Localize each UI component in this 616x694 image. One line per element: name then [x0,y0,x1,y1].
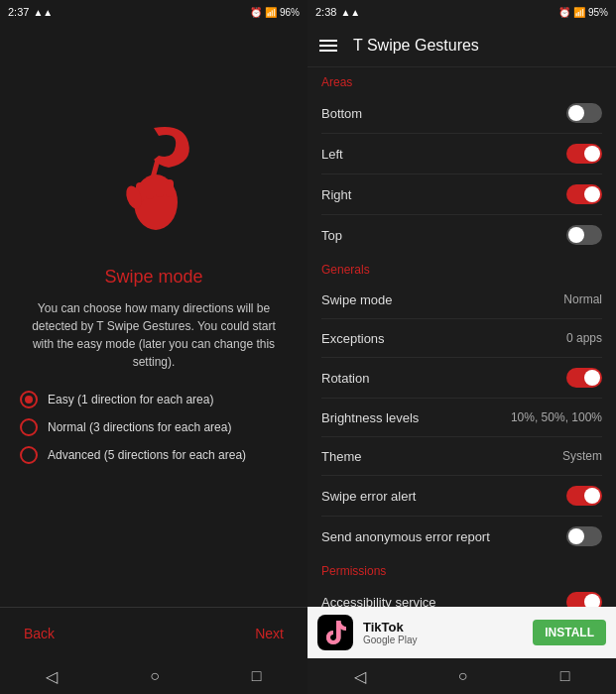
left-wifi-icon: 📶 [265,7,277,18]
row-exceptions-value: 0 apps [566,331,602,345]
row-theme-label: Theme [321,449,361,464]
row-anon-report-label: Send anonymous error report [321,529,490,544]
toggle-left[interactable] [566,144,602,164]
right-system-nav: ◁ ○ □ [308,658,616,694]
row-accessibility-label: Accessibility service [321,595,436,608]
ad-app-name: TikTok [363,620,523,635]
ad-text-block: TikTok Google Play [363,620,523,645]
menu-button[interactable] [319,40,337,52]
toggle-accessibility[interactable] [566,592,602,607]
right-recents-nav-icon[interactable]: □ [560,667,570,685]
row-bottom-label: Bottom [321,106,362,121]
settings-content: Areas Bottom Left Right Top Generals Swi… [308,67,616,607]
tiktok-icon [317,615,353,650]
left-status-left: 2:37 ▲▲ [8,6,53,18]
row-brightness-value: 10%, 50%, 100% [511,410,602,424]
row-theme-value: System [562,449,602,463]
left-signal-icon: ▲▲ [33,7,53,18]
radio-normal[interactable] [20,418,38,436]
home-nav-icon[interactable]: ○ [150,667,160,685]
row-exceptions[interactable]: Exceptions 0 apps [308,319,616,357]
row-brightness-label: Brightness levels [321,410,419,425]
right-back-nav-icon[interactable]: ◁ [354,667,366,686]
section-generals-label: Generals [308,255,616,281]
swipe-mode-title: Swipe mode [104,267,202,288]
section-permissions-label: Permissions [308,556,616,582]
gesture-illustration [94,118,213,247]
ad-banner[interactable]: TikTok Google Play INSTALL [308,607,616,658]
swipe-mode-description: You can choose how many directions will … [20,299,288,371]
left-alarm-icon: ⏰ [250,7,262,18]
right-status-bar: 2:38 ▲▲ ⏰ 📶 95% [308,0,616,24]
back-nav-icon[interactable]: ◁ [46,667,58,686]
row-right-label: Right [321,187,351,202]
right-status-right: ⏰ 📶 95% [558,7,608,18]
toolbar-title: T Swipe Gestures [353,37,479,55]
option-normal[interactable]: Normal (3 directions for each area) [20,418,288,436]
row-swipe-error-alert: Swipe error alert [308,476,616,516]
toggle-anon-report[interactable] [566,526,602,546]
row-swipe-error-label: Swipe error alert [321,489,416,504]
right-panel: 2:38 ▲▲ ⏰ 📶 95% T Swipe Gestures Areas B… [308,0,616,694]
left-main-content: Swipe mode You can choose how many direc… [0,24,308,607]
left-panel: 2:37 ▲▲ ⏰ 📶 96% [0,0,308,694]
left-status-right: ⏰ 📶 96% [250,7,300,18]
right-time: 2:38 [315,6,336,18]
right-home-nav-icon[interactable]: ○ [458,667,468,685]
row-theme[interactable]: Theme System [308,437,616,475]
svg-rect-3 [146,177,154,199]
option-easy-label: Easy (1 direction for each area) [48,393,213,406]
toggle-top[interactable] [566,225,602,245]
row-rotation-label: Rotation [321,371,369,386]
toggle-rotation[interactable] [566,368,602,388]
left-time: 2:37 [8,6,29,18]
option-advanced[interactable]: Advanced (5 directions for each area) [20,446,288,464]
row-left: Left [308,134,616,174]
row-exceptions-label: Exceptions [321,331,385,346]
svg-rect-4 [156,175,164,197]
option-easy[interactable]: Easy (1 direction for each area) [20,391,288,408]
section-areas-label: Areas [308,67,616,93]
bottom-nav-left: Back Next [0,607,308,658]
radio-easy[interactable] [20,391,38,408]
right-signal-icon: ▲▲ [340,7,360,18]
row-brightness[interactable]: Brightness levels 10%, 50%, 100% [308,399,616,436]
option-normal-label: Normal (3 directions for each area) [48,420,231,434]
toggle-swipe-error[interactable] [566,486,602,506]
left-system-nav: ◁ ○ □ [0,658,308,694]
row-swipe-mode-label: Swipe mode [321,292,393,307]
toggle-bottom[interactable] [566,103,602,123]
right-alarm-icon: ⏰ [558,7,570,18]
left-status-bar: 2:37 ▲▲ ⏰ 📶 96% [0,0,308,24]
row-rotation: Rotation [308,358,616,398]
row-right: Right [308,174,616,214]
svg-rect-5 [166,179,174,197]
row-bottom: Bottom [308,93,616,133]
ad-store: Google Play [363,635,523,645]
back-button[interactable]: Back [24,626,55,641]
right-battery: 95% [588,7,608,18]
option-advanced-label: Advanced (5 directions for each area) [48,448,246,462]
right-wifi-icon: 📶 [573,7,585,18]
row-accessibility: Accessibility service [308,582,616,607]
left-battery: 96% [280,7,300,18]
row-swipe-mode-value: Normal [563,292,602,306]
row-anon-report: Send anonymous error report [308,517,616,556]
row-top-label: Top [321,228,342,243]
radio-advanced[interactable] [20,446,38,464]
right-toolbar: T Swipe Gestures [308,24,616,67]
ad-banner-wrapper: TikTok Google Play INSTALL [308,607,616,658]
row-swipe-mode[interactable]: Swipe mode Normal [308,281,616,318]
row-left-label: Left [321,147,343,162]
next-button[interactable]: Next [255,626,284,641]
recents-nav-icon[interactable]: □ [252,667,262,685]
install-button[interactable]: INSTALL [533,620,606,645]
row-top: Top [308,215,616,255]
toggle-right[interactable] [566,184,602,204]
right-status-left: 2:38 ▲▲ [315,6,360,18]
